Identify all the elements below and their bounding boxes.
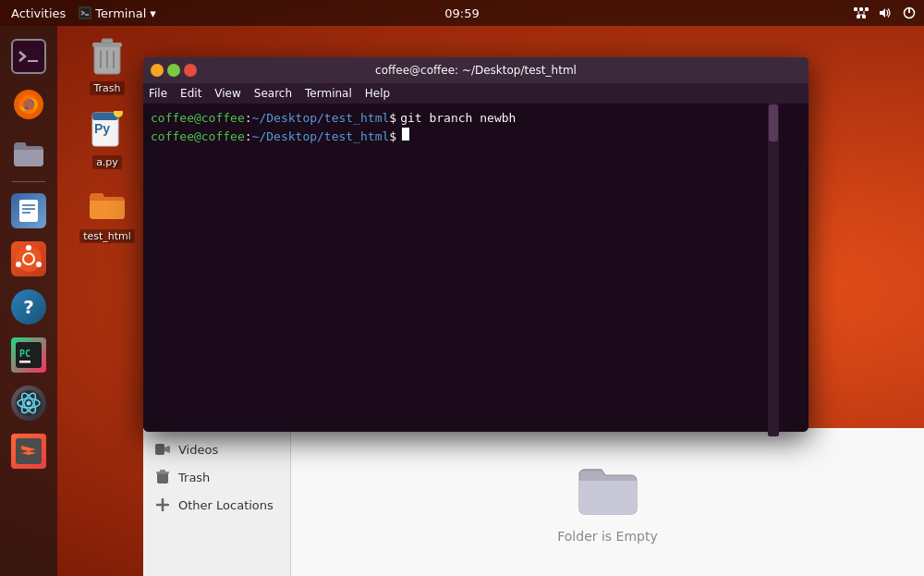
desktop-icon-trash[interactable]: Trash [70,35,144,95]
terminal-line-2: coffee@coffee:~/Desktop/test_html$ [151,128,801,146]
trash-label: Trash [90,81,124,95]
terminal-menu-file[interactable]: File [149,87,167,100]
svg-rect-39 [102,39,113,43]
trash-icon [86,35,128,78]
svg-rect-18 [19,200,38,222]
dock-separator [12,181,45,182]
empty-folder-label: Folder is Empty [557,529,658,544]
dock-files-icon [11,135,46,170]
python-icon: Py [86,109,128,152]
svg-rect-51 [160,470,165,472]
dock-item-terminal[interactable] [7,35,50,78]
empty-folder-icon [576,460,640,520]
svg-rect-2 [854,7,857,11]
svg-text:PC: PC [19,349,30,359]
fm-videos-label: Videos [178,443,218,457]
svg-marker-10 [880,8,885,18]
terminal-cursor [402,128,409,141]
fm-videos-icon [154,441,171,458]
dock-help-icon: ? [11,289,46,325]
topbar-app-arrow: ▾ [150,6,156,20]
topbar-clock: 09:59 [444,6,479,20]
fm-sidebar-videos[interactable]: Videos [143,435,290,463]
term-command-1: git branch newbh [400,109,516,128]
fm-other-locations-icon [154,496,171,513]
dock-item-sublime[interactable] [7,430,50,472]
svg-rect-28 [19,361,30,363]
svg-marker-48 [164,446,170,453]
svg-rect-13 [16,46,42,67]
terminal-menu-edit[interactable]: Edit [180,87,201,100]
svg-rect-35 [16,438,42,464]
terminal-window: coffee@coffee: ~/Desktop/test_html File … [143,57,808,432]
fm-other-locations-label: Other Locations [178,498,274,512]
svg-rect-49 [157,472,168,484]
terminal-minimize-button[interactable] [151,64,164,77]
terminal-title: coffee@coffee: ~/Desktop/test_html [375,64,577,77]
svg-rect-4 [865,7,869,11]
svg-point-26 [16,262,21,267]
terminal-scrollbar-thumb[interactable] [769,104,778,141]
dock-sublime-icon [11,434,46,469]
topbar: Activities Terminal ▾ 09:59 [0,0,924,26]
dock-ubuntu-icon [11,241,46,276]
filemanager-window: Videos Trash Other Locations Fol [143,428,924,576]
dock-firefox-icon [11,87,46,122]
svg-rect-47 [155,444,164,455]
svg-rect-5 [857,15,860,18]
terminal-controls [151,64,197,77]
desktop-icon-python[interactable]: Py a.py [70,109,144,169]
svg-text:Py: Py [94,121,110,136]
svg-rect-6 [862,15,866,18]
dock-item-ubuntu-software[interactable] [7,238,50,280]
python-label: a.py [92,155,122,169]
dock-atom-icon [11,386,46,421]
terminal-maximize-button[interactable] [167,64,180,77]
terminal-scrollbar[interactable] [768,104,779,436]
terminal-menu: File Edit View Search Terminal Help [143,83,808,104]
svg-point-24 [26,245,31,251]
topbar-app-name: Terminal [95,6,146,20]
topbar-terminal-icon [79,6,91,19]
network-icon[interactable] [854,6,869,20]
fm-trash-icon [154,469,171,485]
dock-text-icon [11,193,46,228]
dock-pycharm-icon: PC [11,337,46,373]
dock-item-help[interactable]: ? [7,286,50,328]
dock-item-atom[interactable] [7,382,50,424]
power-icon[interactable] [902,6,917,20]
folder-icon [86,183,128,226]
terminal-line-1: coffee@coffee:~/Desktop/test_html$ git b… [151,109,801,128]
fm-trash-label: Trash [178,471,210,484]
dock-item-pycharm[interactable]: PC [7,334,50,376]
test-html-label: test_html [79,229,135,243]
topbar-app[interactable]: Terminal ▾ [79,6,155,20]
svg-point-25 [36,262,42,267]
terminal-menu-terminal[interactable]: Terminal [305,87,352,100]
term-user-2: coffee [151,128,194,146]
dock-item-text-editor[interactable] [7,190,50,232]
terminal-body[interactable]: coffee@coffee:~/Desktop/test_html$ git b… [143,104,808,432]
dock-item-files[interactable] [7,131,50,174]
term-user-1: coffee [151,109,194,128]
activities-button[interactable]: Activities [7,6,69,20]
dock-item-firefox[interactable] [7,83,50,126]
terminal-menu-view[interactable]: View [214,87,240,100]
fm-sidebar-trash[interactable]: Trash [143,463,290,491]
desktop-icon-test-html[interactable]: test_html [70,183,144,243]
filemanager-main: Folder is Empty [291,428,924,576]
svg-rect-3 [859,7,863,11]
dock-terminal-icon [11,39,46,74]
svg-point-34 [27,401,31,406]
terminal-menu-search[interactable]: Search [254,87,292,100]
terminal-menu-help[interactable]: Help [365,87,390,100]
dock: ? PC [0,26,57,576]
fm-sidebar-other-locations[interactable]: Other Locations [143,491,290,519]
volume-icon[interactable] [878,6,893,20]
terminal-close-button[interactable] [184,64,197,77]
filemanager-sidebar: Videos Trash Other Locations [143,428,291,576]
terminal-titlebar: coffee@coffee: ~/Desktop/test_html [143,57,808,83]
